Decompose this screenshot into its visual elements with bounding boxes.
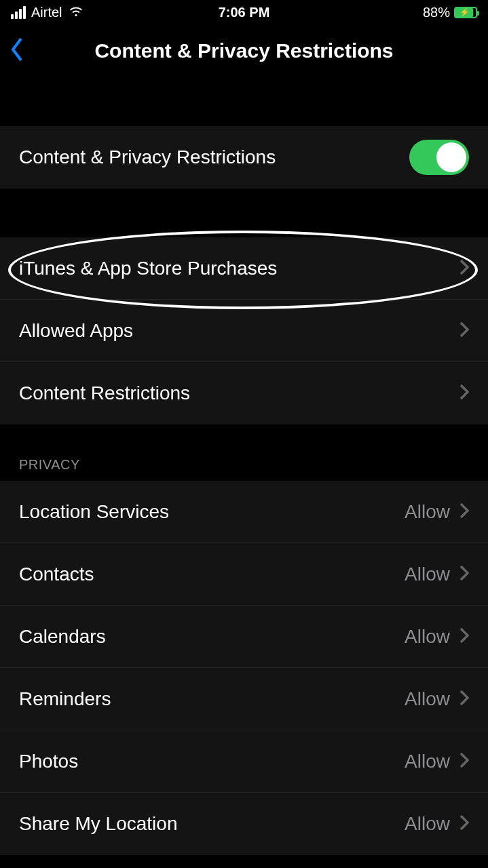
share-my-location-row[interactable]: Share My Location Allow (0, 793, 488, 855)
toggle-knob (436, 142, 466, 172)
allowed-apps-row[interactable]: Allowed Apps (0, 300, 488, 362)
row-label: Allowed Apps (19, 320, 133, 342)
contacts-row[interactable]: Contacts Allow (0, 543, 488, 606)
battery-percentage: 88% (423, 5, 450, 20)
chevron-right-icon (459, 384, 469, 403)
privacy-group: Location Services Allow Contacts Allow C… (0, 481, 488, 855)
status-right: 88% ⚡ (423, 5, 477, 20)
row-value: Allow (405, 501, 450, 523)
status-left: Airtel (11, 3, 84, 22)
wifi-icon (68, 3, 84, 22)
status-time: 7:06 PM (219, 5, 270, 20)
chevron-right-icon (459, 814, 469, 833)
status-bar: Airtel 7:06 PM 88% ⚡ (0, 0, 488, 24)
row-value: Allow (405, 564, 450, 585)
content-restrictions-row[interactable]: Content Restrictions (0, 362, 488, 425)
row-label: Calendars (19, 626, 106, 648)
reminders-row[interactable]: Reminders Allow (0, 668, 488, 730)
section-gap (0, 189, 488, 237)
back-button[interactable] (7, 36, 27, 66)
row-label: Reminders (19, 688, 111, 710)
toggle-group: Content & Privacy Restrictions (0, 126, 488, 189)
chevron-right-icon (459, 627, 469, 646)
row-label: Photos (19, 751, 78, 772)
chevron-right-icon (459, 321, 469, 340)
photos-row[interactable]: Photos Allow (0, 730, 488, 793)
row-value: Allow (405, 688, 450, 710)
chevron-right-icon (459, 259, 469, 278)
row-value: Allow (405, 813, 450, 835)
privacy-section-header: PRIVACY (0, 425, 488, 481)
chevron-right-icon (459, 752, 469, 771)
row-label: Location Services (19, 501, 169, 523)
toggle-label: Content & Privacy Restrictions (19, 146, 276, 168)
content-privacy-toggle-row[interactable]: Content & Privacy Restrictions (0, 126, 488, 189)
row-label: iTunes & App Store Purchases (19, 258, 277, 279)
row-label: Contacts (19, 564, 94, 585)
nav-header: Content & Privacy Restrictions (0, 24, 488, 77)
carrier-label: Airtel (31, 5, 62, 20)
chevron-right-icon (459, 502, 469, 521)
row-label: Content Restrictions (19, 382, 190, 404)
row-value: Allow (405, 751, 450, 772)
row-value: Allow (405, 626, 450, 648)
row-label: Share My Location (19, 813, 177, 835)
cellular-signal-icon (11, 6, 26, 19)
section-gap (0, 77, 488, 126)
battery-icon: ⚡ (454, 7, 477, 18)
charging-bolt-icon: ⚡ (459, 8, 470, 16)
page-title: Content & Privacy Restrictions (94, 39, 393, 62)
settings-screen: Airtel 7:06 PM 88% ⚡ Content & Privacy R… (0, 0, 488, 868)
itunes-app-store-row[interactable]: iTunes & App Store Purchases (0, 237, 488, 300)
calendars-row[interactable]: Calendars Allow (0, 606, 488, 668)
chevron-right-icon (459, 690, 469, 709)
location-services-row[interactable]: Location Services Allow (0, 481, 488, 543)
restrictions-group: iTunes & App Store Purchases Allowed App… (0, 237, 488, 425)
content-privacy-toggle[interactable] (409, 140, 469, 175)
chevron-right-icon (459, 565, 469, 584)
